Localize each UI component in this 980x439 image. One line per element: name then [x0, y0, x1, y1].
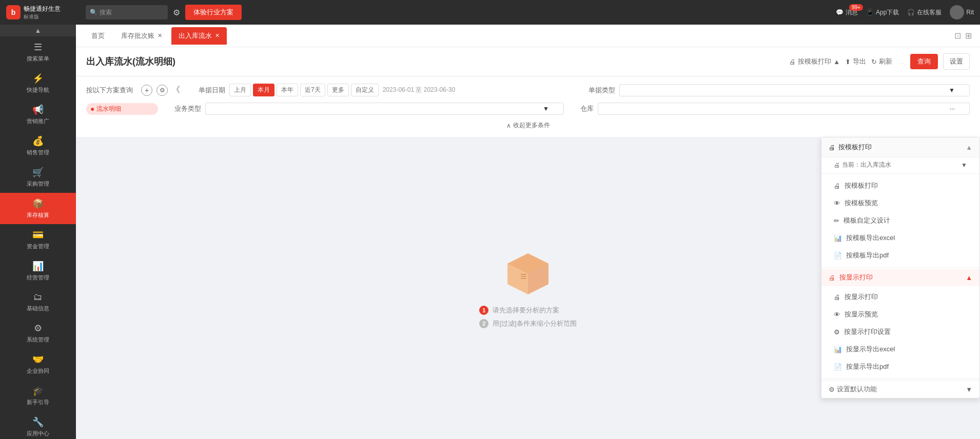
dropdown-collapse-arrow[interactable]: ▲: [966, 144, 972, 151]
filter-section-doctype: 单据类型 ▼: [589, 84, 970, 96]
export-btn[interactable]: ⬆ 导出: [845, 57, 866, 66]
tab-batch-close[interactable]: ✕: [158, 32, 162, 39]
trial-button[interactable]: 体验行业方案: [185, 5, 242, 20]
sidebar-item-purchase[interactable]: 🛒 采购管理: [0, 162, 76, 193]
sidebar-item-sales[interactable]: 💰 销售管理: [0, 130, 76, 162]
biz-type-label: 业务类型: [174, 104, 201, 113]
query-button[interactable]: 查询: [910, 54, 938, 69]
divider-bottom: [821, 378, 979, 379]
app-download-item[interactable]: 📱 App下载: [866, 8, 899, 17]
sidebar-item-quick-nav[interactable]: ⚡ 快捷导航: [0, 68, 76, 99]
empty-icon: ≡: [502, 248, 554, 300]
item-label: 按显示预览: [845, 310, 878, 319]
headset-icon: 🎧: [907, 9, 915, 16]
dropdown-item-display-excel[interactable]: 📊 按显示导出excel: [821, 341, 979, 358]
date-btn-this-year[interactable]: 本年: [277, 84, 298, 96]
date-btn-7days[interactable]: 近7天: [300, 84, 325, 96]
message-item[interactable]: 💬 消息 99+: [836, 8, 858, 17]
display-section-header[interactable]: 🖨 按显示打印 ▲: [821, 269, 979, 286]
tab-home[interactable]: 首页: [84, 27, 112, 45]
display-header-arrow[interactable]: ▲: [966, 274, 972, 282]
dropdown-default-btn[interactable]: ⚙ 设置默认功能 ▼: [821, 380, 979, 398]
tab-batch-label: 库存批次账: [121, 31, 154, 41]
svg-text:≡: ≡: [520, 270, 527, 283]
dropdown-item-template-preview[interactable]: 👁 按模板预览: [821, 194, 979, 212]
warehouse-arrow: ···: [950, 105, 955, 112]
tab-home-label: 首页: [91, 31, 105, 41]
sidebar-item-management[interactable]: 📊 经营管理: [0, 255, 76, 287]
display-header-label: 按显示打印: [839, 273, 962, 282]
biz-type-select[interactable]: ▼: [205, 103, 564, 115]
refresh-btn[interactable]: ↻ 刷新: [871, 57, 892, 66]
current-arrow[interactable]: ▼: [961, 162, 967, 169]
dropdown-item-display-print[interactable]: 🖨 按显示打印: [821, 288, 979, 306]
topbar-gear-icon[interactable]: ⚙: [173, 8, 180, 17]
dropdown-item-template-print[interactable]: 🖨 按模板打印: [821, 177, 979, 194]
dropdown-item-display-pdf[interactable]: 📄 按显示导出pdf: [821, 358, 979, 375]
search-bar[interactable]: 🔍 搜索: [86, 5, 168, 19]
template-section: 🖨 按模板打印 👁 按模板预览 ✏ 模板自定义设计 📊 按模板导出excel: [821, 175, 979, 266]
minimize-icon[interactable]: ⊡: [954, 31, 961, 41]
dropdown-item-display-settings[interactable]: ⚙ 按显示打印设置: [821, 323, 979, 341]
query-label: 按以下方案查询: [86, 86, 133, 95]
item-label: 按显示导出pdf: [846, 362, 889, 371]
tab-flow-close[interactable]: ✕: [215, 32, 220, 39]
date-filter-value: 上月 本月 本年 近7天 更多 自定义 2023-06-01 至 2023-06…: [229, 84, 455, 96]
tab-flow-label: 出入库流水: [179, 31, 212, 41]
user-avatar-area[interactable]: Rit: [950, 5, 974, 19]
add-filter-btn[interactable]: +: [141, 85, 152, 96]
date-btn-last-month[interactable]: 上月: [229, 84, 251, 96]
tab-expand[interactable]: ⊡ ⊞: [954, 31, 972, 41]
print-template-btn[interactable]: 🖨 按模板打印 ▲: [789, 57, 840, 66]
sidebar-item-inventory[interactable]: 📦 库存核算: [0, 193, 76, 224]
online-service-item[interactable]: 🎧 在线客服: [907, 8, 942, 17]
sidebar-item-label: 搜索菜单: [27, 55, 49, 63]
tab-flow[interactable]: 出入库流水 ✕: [171, 27, 227, 45]
dropdown-item-template-pdf[interactable]: 📄 按模板导出pdf: [821, 247, 979, 264]
warehouse-select[interactable]: ···: [598, 103, 970, 115]
divider-display: [821, 267, 979, 268]
sidebar-scroll-up[interactable]: ▲: [0, 25, 76, 36]
sidebar-item-label: 应用中心: [27, 430, 49, 437]
filter-settings-btn[interactable]: ⚙: [156, 85, 168, 96]
collapse-more-btn[interactable]: ∧ 收起更多条件: [86, 121, 970, 130]
refresh-label: 刷新: [879, 57, 892, 66]
sidebar-item-guide[interactable]: 🎓 新手引导: [0, 380, 76, 411]
dropdown-item-template-design[interactable]: ✏ 模板自定义设计: [821, 212, 979, 229]
date-btn-more[interactable]: 更多: [327, 84, 349, 96]
sidebar-item-finance[interactable]: 💳 资金管理: [0, 224, 76, 255]
sidebar-item-system[interactable]: ⚙ 系统管理: [0, 317, 76, 349]
sidebar-item-label: 企业协同: [27, 367, 49, 375]
excel-icon: 📊: [834, 234, 842, 242]
settings-button[interactable]: 设置: [943, 53, 970, 70]
date-btn-this-month[interactable]: 本月: [253, 84, 275, 96]
app-center-icon: 🔧: [32, 416, 44, 428]
sidebar-item-search[interactable]: ☰ 搜索菜单: [0, 36, 76, 68]
sidebar-item-label: 销售管理: [27, 149, 49, 156]
sidebar-item-cooperation[interactable]: 🤝 企业协同: [0, 349, 76, 380]
current-label: 当前：出入库流水: [842, 161, 961, 169]
message-badge: 99+: [849, 4, 863, 11]
refresh-icon: ↻: [871, 58, 877, 66]
export-label: 导出: [853, 57, 866, 66]
content-area: 首页 库存批次账 ✕ 出入库流水 ✕ ⊡ ⊞ 出入库流水(流水明细) 🖨 按模板…: [76, 25, 980, 439]
maximize-icon[interactable]: ⊞: [965, 31, 972, 41]
tab-batch-account[interactable]: 库存批次账 ✕: [114, 27, 169, 45]
dropdown-panel: 🖨 按模板打印 ▲ 🖨 当前：出入库流水 ▼ 🖨 按模板打印: [821, 137, 980, 398]
flow-detail-tag[interactable]: ● 流水明细: [86, 103, 158, 115]
sidebar-item-app-center[interactable]: 🔧 应用中心: [0, 411, 76, 439]
date-label: 单据日期: [199, 86, 225, 95]
dropdown-item-template-excel[interactable]: 📊 按模板导出excel: [821, 229, 979, 247]
sidebar-item-base-info[interactable]: 🗂 基础信息: [0, 287, 76, 317]
doc-type-select[interactable]: ▼: [619, 84, 970, 96]
date-btn-custom[interactable]: 自定义: [351, 84, 379, 96]
filter-row-1: 按以下方案查询 + ⚙ 《 单据日期 上月 本月 本年 近7天 更多 自定义 2…: [86, 84, 970, 96]
finance-icon: 💳: [32, 229, 44, 241]
search-placeholder: 搜索: [100, 8, 112, 17]
printer-icon: 🖨: [829, 144, 835, 151]
doc-type-label: 单据类型: [589, 86, 615, 95]
sidebar-item-marketing[interactable]: 📢 营销推广: [0, 99, 76, 130]
dropdown-item-display-preview[interactable]: 👁 按显示预览: [821, 306, 979, 323]
filter-collapse-icon[interactable]: 《: [172, 85, 180, 95]
topbar-right: 💬 消息 99+ 📱 App下载 🎧 在线客服 Rit: [836, 5, 974, 19]
